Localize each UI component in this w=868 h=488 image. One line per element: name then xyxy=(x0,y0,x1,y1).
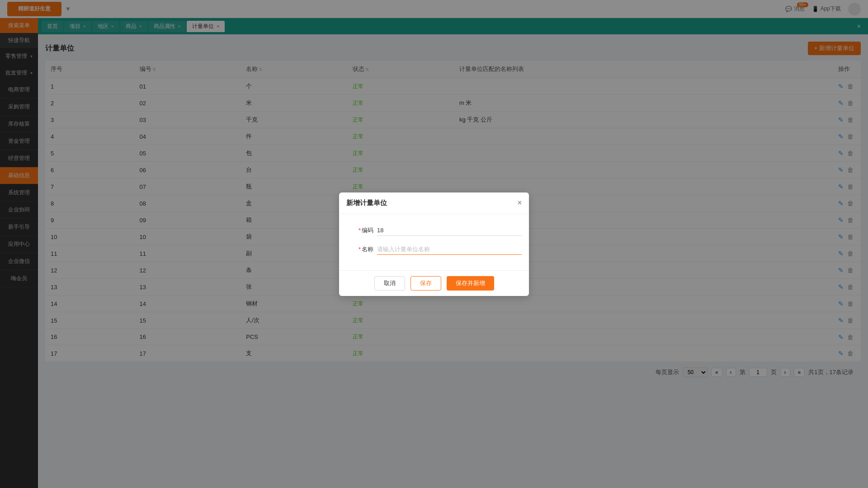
modal-body: *编码 *名称 xyxy=(339,214,529,270)
save-button[interactable]: 保存 xyxy=(410,276,441,291)
modal-overlay[interactable]: 新增计量单位 × *编码 *名称 取消 保存 保存并新增 xyxy=(0,0,868,488)
code-input[interactable] xyxy=(377,225,522,236)
name-input[interactable] xyxy=(377,244,522,255)
modal-title: 新增计量单位 xyxy=(346,199,387,207)
form-row-name: *名称 xyxy=(346,244,522,255)
modal-header: 新增计量单位 × xyxy=(339,192,529,214)
modal-footer: 取消 保存 保存并新增 xyxy=(339,270,529,296)
save-and-new-button[interactable]: 保存并新增 xyxy=(447,276,494,291)
add-unit-modal: 新增计量单位 × *编码 *名称 取消 保存 保存并新增 xyxy=(339,192,529,296)
cancel-button[interactable]: 取消 xyxy=(374,276,405,291)
name-label: *名称 xyxy=(346,245,373,253)
code-label: *编码 xyxy=(346,226,373,235)
modal-close-btn[interactable]: × xyxy=(518,199,522,207)
form-row-code: *编码 xyxy=(346,225,522,236)
